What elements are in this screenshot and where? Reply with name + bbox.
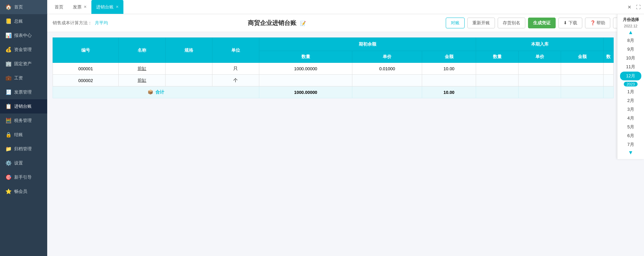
tab-home[interactable]: 首页: [50, 0, 68, 14]
month-panel-title: 月份选择: [623, 17, 639, 23]
cell-ruku-amount: [561, 63, 604, 75]
col-header-id: 编号: [53, 38, 119, 63]
main-table: 编号 名称 规格 单位 期初余额 本期入库 数量 单价 金额 数量 单价: [53, 37, 614, 98]
month-item-2[interactable]: 2月: [617, 96, 644, 105]
window-maximize-button[interactable]: ⛶: [635, 4, 641, 10]
sidebar-item-settings[interactable]: ⚙️ 设置: [0, 156, 47, 170]
sidebar-item-assets[interactable]: 🏢 固定资产: [0, 57, 47, 71]
month-item-1[interactable]: 1月: [617, 87, 644, 96]
home-icon: 🏠: [5, 4, 11, 10]
month-item-9[interactable]: 9月: [617, 45, 644, 54]
cell-name: 前缸: [119, 75, 166, 86]
total-extra: [604, 86, 614, 98]
sidebar-item-guide[interactable]: 🎯 新手引导: [0, 170, 47, 184]
cost-method-label: 销售成本计算方法： 月平均: [53, 20, 108, 26]
cell-ruku-amount: [561, 75, 604, 86]
total-ruku-price: [519, 86, 561, 98]
total-qichu-amount: 10.00: [422, 86, 476, 98]
month-item-7[interactable]: 7月: [617, 140, 644, 149]
cell-qichu-qty: [259, 75, 352, 86]
sidebar-item-ledger[interactable]: 📒 总账: [0, 14, 47, 28]
cell-id: 000002: [53, 75, 119, 86]
cell-extra: [604, 75, 614, 86]
col-header-spec: 规格: [165, 38, 212, 63]
sidebar-item-invoice-mgmt[interactable]: 🧾 发票管理: [0, 85, 47, 99]
sidebar-item-close[interactable]: 🔒 结账: [0, 128, 47, 142]
cell-unit: 个: [212, 75, 259, 86]
total-qichu-qty: 1000.00000: [259, 86, 352, 98]
sidebar-item-reports[interactable]: 📊 报表中心: [0, 28, 47, 43]
cell-qichu-price: [352, 75, 422, 86]
cell-ruku-qty: [476, 75, 519, 86]
col-sub-qichu-amount: 金额: [422, 51, 476, 63]
table-wrapper: 编号 名称 规格 单位 期初余额 本期入库 数量 单价 金额 数量 单价: [47, 32, 644, 104]
tax-icon: 🧮: [5, 118, 11, 124]
col-sub-extra: 数: [604, 51, 614, 63]
ledger-icon: 📒: [5, 18, 11, 24]
month-item-4[interactable]: 4月: [617, 114, 644, 123]
close-account-icon: 🔒: [5, 132, 11, 138]
tab-jinxiao[interactable]: 进销台账 ✕: [91, 0, 123, 14]
col-sub-ruku-qty: 数量: [476, 51, 519, 63]
total-icon: 📦: [148, 89, 153, 95]
col-sub-qichu-price: 单价: [352, 51, 422, 63]
sidebar-item-archive[interactable]: 📁 归档管理: [0, 142, 47, 156]
cell-qichu-price: 0.01000: [352, 63, 422, 75]
save-alias-button[interactable]: 存货别名: [498, 18, 525, 28]
month-panel: 月份选择 2022.12 ▲ 8月 9月 10月 11月 12月 2023 1月…: [617, 14, 644, 159]
window-controls: ✕ ⛶: [626, 4, 641, 10]
invoice-mgmt-icon: 🧾: [5, 89, 11, 95]
edit-title-icon[interactable]: 📝: [300, 21, 306, 26]
total-row: 📦 合计 1000.00000 10.00: [53, 86, 614, 98]
total-qichu-price: [352, 86, 422, 98]
duizhang-button[interactable]: 对账: [446, 18, 465, 28]
window-close-button[interactable]: ✕: [626, 4, 633, 10]
sidebar-item-payroll[interactable]: 💼 工资: [0, 71, 47, 85]
col-header-name: 名称: [119, 38, 166, 63]
generate-voucher-button[interactable]: 生成凭证: [528, 18, 556, 28]
tab-invoice[interactable]: 发票 ✕: [68, 0, 91, 14]
total-ruku-amount: [561, 86, 604, 98]
sidebar-item-member[interactable]: ⭐ 畅会员: [0, 184, 47, 199]
month-item-5[interactable]: 5月: [617, 123, 644, 131]
month-scroll-up[interactable]: ▲: [627, 29, 634, 36]
jinxiao-icon: 📋: [5, 103, 11, 109]
month-item-8[interactable]: 8月: [617, 36, 644, 45]
sidebar-item-tax[interactable]: 🧮 税务管理: [0, 113, 47, 128]
month-item-12[interactable]: 12月: [620, 72, 641, 80]
total-label-cell: 📦 合计: [53, 86, 259, 98]
toolbar: 对账 重新开账 存货别名 生成凭证 ⬇ 下载 ❓ 帮助 🔄 刷新: [446, 18, 639, 28]
tab-jinxiao-close[interactable]: ✕: [116, 5, 119, 9]
month-item-6[interactable]: 6月: [617, 131, 644, 140]
cell-name: 前缸: [119, 63, 166, 75]
tab-invoice-close[interactable]: ✕: [84, 5, 87, 9]
finance-icon: 💰: [5, 47, 11, 53]
table-row: 000002 前缸 个: [53, 75, 614, 86]
reopen-button[interactable]: 重新开账: [467, 18, 495, 28]
sidebar-item-home[interactable]: 🏠 首页: [0, 0, 47, 14]
month-item-3[interactable]: 3月: [617, 105, 644, 114]
sidebar-item-finance[interactable]: 💰 资金管理: [0, 43, 47, 57]
month-scroll-down[interactable]: ▼: [627, 149, 634, 156]
cell-spec: [165, 75, 212, 86]
page-title: 商贸企业进销台账 📝: [113, 19, 441, 27]
help-button[interactable]: ❓ 帮助: [585, 18, 611, 28]
guide-icon: 🎯: [5, 174, 11, 180]
cell-id: 000001: [53, 63, 119, 75]
month-item-10[interactable]: 10月: [617, 54, 644, 62]
sidebar: 🏠 首页 📒 总账 📊 报表中心 💰 资金管理 🏢 固定资产 💼 工资 🧾 发票…: [0, 0, 47, 256]
col-header-ruku: 本期入库: [476, 38, 604, 51]
cell-extra: [604, 63, 614, 75]
col-header-qichu: 期初余额: [259, 38, 476, 51]
download-button[interactable]: ⬇ 下载: [558, 18, 582, 28]
cell-ruku-price: [519, 63, 561, 75]
sidebar-item-jinxiao[interactable]: 📋 进销台账: [0, 99, 47, 113]
col-sub-qichu-qty: 数量: [259, 51, 352, 63]
cell-unit: 只: [212, 63, 259, 75]
main-area: 首页 发票 ✕ 进销台账 ✕ ✕ ⛶ 销售成本计算方法： 月平均 商贸企业进销台…: [47, 0, 644, 256]
content-area: 销售成本计算方法： 月平均 商贸企业进销台账 📝 对账 重新开账 存货别名 生成…: [47, 14, 644, 256]
col-sub-ruku-amount: 金额: [561, 51, 604, 63]
help-icon: ❓: [590, 20, 595, 25]
cell-ruku-qty: [476, 63, 519, 75]
month-item-11[interactable]: 11月: [617, 62, 644, 71]
